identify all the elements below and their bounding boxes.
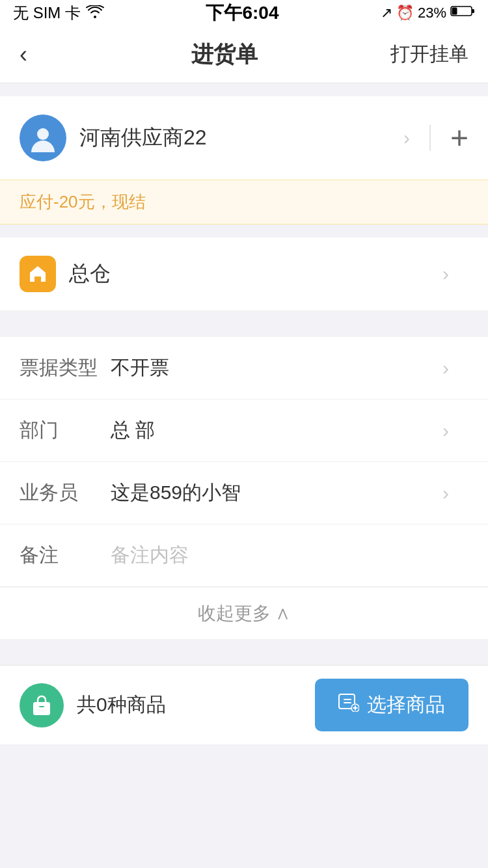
form-section: 票据类型 不开票 › 部门 总 部 › 业务员 这是859的小智 › 备注 备注… [0,337,488,639]
collapse-button[interactable]: 收起更多 ∧ [0,587,488,639]
battery-text: 23% [418,5,446,21]
svg-rect-4 [34,277,41,282]
ticket-type-row[interactable]: 票据类型 不开票 › [0,337,488,400]
ticket-type-label: 票据类型 [20,355,111,381]
department-value: 总 部 [111,417,442,444]
add-supplier-button[interactable]: + [450,122,468,154]
warehouse-icon [20,256,56,292]
notice-bar: 应付-20元，现结 [0,180,488,224]
supplier-avatar [20,115,66,161]
supplier-section: 河南供应商22 › + 应付-20元，现结 [0,96,488,224]
svg-rect-1 [472,9,474,13]
select-product-button[interactable]: 选择商品 [315,679,468,731]
department-chevron-icon: › [442,420,449,442]
page-title: 进货单 [191,40,258,70]
salesperson-label: 业务员 [20,480,111,506]
open-pending-button[interactable]: 打开挂单 [390,41,468,68]
status-time: 下午6:04 [206,1,278,25]
wifi-icon [86,4,104,22]
supplier-row[interactable]: 河南供应商22 › + [0,96,488,180]
product-bag-icon [20,683,64,727]
location-icon: ↗ [381,5,392,21]
gap-4 [0,639,488,652]
gap-2 [0,224,488,237]
department-label: 部门 [20,417,111,444]
supplier-name: 河南供应商22 [79,124,403,152]
status-right: ↗ ⏰ 23% [381,5,475,21]
ticket-type-value: 不开票 [111,355,442,381]
salesperson-value: 这是859的小智 [111,480,442,506]
sim-text: 无 SIM 卡 [13,3,81,23]
svg-rect-2 [452,8,457,15]
alarm-icon: ⏰ [396,5,414,21]
back-button[interactable]: ‹ [20,41,59,68]
battery-icon [450,5,475,21]
status-left: 无 SIM 卡 [13,3,104,23]
remark-label: 备注 [20,542,111,569]
status-bar: 无 SIM 卡 下午6:04 ↗ ⏰ 23% [0,0,488,26]
warehouse-chevron-icon: › [442,263,449,285]
main-content: 河南供应商22 › + 应付-20元，现结 总仓 › 票据类型 不开票 [0,83,488,744]
bottom-bar: 共0种商品 选择商品 [0,665,488,744]
warehouse-row[interactable]: 总仓 › [0,237,488,311]
select-product-icon [338,694,359,716]
product-count: 共0种商品 [77,692,315,718]
collapse-label: 收起更多 ∧ [198,601,291,626]
ticket-type-chevron-icon: › [442,357,449,379]
salesperson-chevron-icon: › [442,482,449,504]
svg-rect-5 [33,702,50,715]
remark-row[interactable]: 备注 备注内容 [0,524,488,587]
warehouse-label: 总仓 [69,260,442,288]
salesperson-row[interactable]: 业务员 这是859的小智 › [0,462,488,524]
select-product-label: 选择商品 [367,692,445,718]
notice-text: 应付-20元，现结 [20,192,146,211]
svg-point-3 [37,128,49,140]
gap-3 [0,311,488,324]
nav-bar: ‹ 进货单 打开挂单 [0,26,488,83]
warehouse-section: 总仓 › [0,237,488,311]
supplier-divider [429,125,431,151]
department-row[interactable]: 部门 总 部 › [0,400,488,462]
supplier-chevron-icon: › [403,127,410,149]
svg-rect-6 [39,706,44,707]
gap-1 [0,83,488,96]
remark-placeholder: 备注内容 [111,542,468,569]
